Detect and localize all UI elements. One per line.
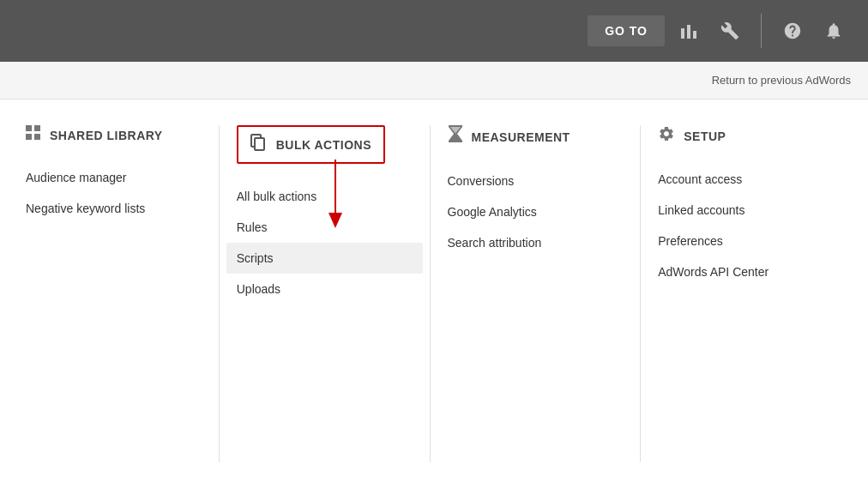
measurement-title: MEASUREMENT	[472, 130, 570, 144]
google-analytics-link[interactable]: Google Analytics	[448, 196, 624, 227]
all-bulk-actions-link[interactable]: All bulk actions	[237, 181, 413, 212]
svg-rect-3	[26, 125, 32, 131]
shared-library-column: SHARED LIBRARY Audience manager Negative…	[17, 125, 220, 462]
nav-divider	[761, 14, 762, 48]
notification-icon[interactable]	[817, 14, 851, 48]
help-icon[interactable]	[775, 14, 810, 48]
measurement-column: MEASUREMENT Conversions Google Analytics…	[431, 125, 642, 462]
bulk-actions-column: BULK ACTIONS All bulk actions Rules Scri…	[220, 125, 431, 462]
bulk-actions-icon	[250, 134, 268, 155]
adwords-api-center-link[interactable]: AdWords API Center	[658, 256, 834, 287]
bulk-actions-title: BULK ACTIONS	[276, 138, 371, 152]
svg-rect-6	[34, 134, 40, 140]
shared-library-title: SHARED LIBRARY	[50, 129, 163, 142]
measurement-header: MEASUREMENT	[448, 125, 624, 148]
account-access-link[interactable]: Account access	[658, 164, 834, 195]
svg-rect-1	[687, 25, 690, 39]
hourglass-icon	[448, 125, 463, 148]
conversions-link[interactable]: Conversions	[448, 166, 624, 196]
setup-title: SETUP	[684, 130, 726, 143]
negative-keyword-lists-link[interactable]: Negative keyword lists	[26, 193, 202, 224]
bar-chart-icon[interactable]	[672, 14, 706, 48]
wrench-icon[interactable]	[713, 14, 747, 48]
preferences-link[interactable]: Preferences	[658, 226, 834, 256]
grid-icon	[26, 125, 41, 145]
goto-button[interactable]: GO TO	[588, 15, 665, 46]
uploads-link[interactable]: Uploads	[237, 274, 413, 304]
svg-rect-0	[681, 28, 684, 39]
rules-link[interactable]: Rules	[237, 212, 413, 243]
svg-rect-2	[693, 31, 696, 39]
svg-rect-5	[26, 134, 32, 140]
svg-rect-8	[255, 138, 264, 150]
main-content: SHARED LIBRARY Audience manager Negative…	[0, 99, 868, 488]
top-navigation: GO TO	[0, 0, 868, 62]
return-bar: Return to previous AdWords	[0, 62, 868, 99]
setup-header: SETUP	[658, 125, 834, 147]
linked-accounts-link[interactable]: Linked accounts	[658, 195, 834, 226]
setup-column: SETUP Account access Linked accounts Pre…	[641, 125, 851, 462]
shared-library-header: SHARED LIBRARY	[26, 125, 202, 145]
bulk-actions-header-box: BULK ACTIONS	[237, 125, 385, 164]
return-link[interactable]: Return to previous AdWords	[712, 74, 851, 87]
search-attribution-link[interactable]: Search attribution	[448, 227, 624, 258]
scripts-link[interactable]: Scripts	[226, 243, 423, 274]
audience-manager-link[interactable]: Audience manager	[26, 162, 202, 193]
setup-gear-icon	[658, 125, 675, 147]
svg-rect-4	[34, 125, 40, 131]
